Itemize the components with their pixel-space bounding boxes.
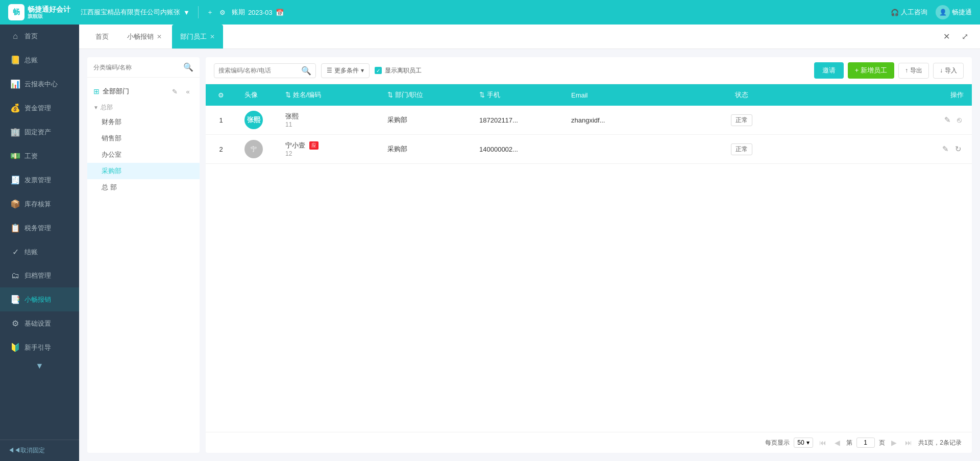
dept-search-icon[interactable]: 🔍 <box>183 62 193 72</box>
th-settings[interactable]: ⚙ <box>206 84 236 106</box>
sidebar: ⌂ 首页 📒 总账 📊 云报表中心 💰 资金管理 🏢 固定资产 💵 工资 🧾 发… <box>0 25 79 461</box>
sidebar-item-inventory[interactable]: 📦 库存核算 <box>0 192 79 216</box>
prev-page-button[interactable]: ◀ <box>832 438 842 448</box>
sidebar-item-tax[interactable]: 📋 税务管理 <box>0 216 79 240</box>
dept-search-input[interactable] <box>93 64 180 71</box>
edit-button[interactable]: ✎ <box>942 114 953 126</box>
sidebar-item-ledger[interactable]: 📒 总账 <box>0 48 79 72</box>
header-right: 🎧 人工咨询 👤 畅捷通 <box>891 5 972 19</box>
sidebar-item-payroll[interactable]: 💵 工资 <box>0 144 79 168</box>
scroll-down-icon: ▼ <box>36 361 44 371</box>
row-phone: 140000002... <box>471 135 563 164</box>
more-filter-button[interactable]: ☰ 更多条件 ▾ <box>321 63 370 78</box>
tabs-right: ✕ ⤢ <box>939 30 972 44</box>
row-status: 正常 <box>665 135 818 164</box>
cancel-fixed-button[interactable]: ◀◀取消固定 <box>0 440 79 461</box>
sort-icon: ⇅ <box>479 91 487 99</box>
user-name: 畅捷通 <box>952 8 972 17</box>
settings-gear-button[interactable]: ⚙ <box>219 9 226 16</box>
tab-expense-close[interactable]: ✕ <box>157 33 162 40</box>
tab-department[interactable]: 部门员工 ✕ <box>172 25 223 48</box>
dept-item-general[interactable]: 总 部 <box>87 179 200 196</box>
show-resigned-checkbox[interactable]: ✓ 显示离职员工 <box>375 66 422 75</box>
sidebar-item-funds[interactable]: 💰 资金管理 <box>0 96 79 120</box>
dept-section-general[interactable]: ▼ 总部 <box>87 101 200 114</box>
company-selector[interactable]: 江西服宝精品有限责任公司内账张 ▼ <box>81 8 190 17</box>
invoice-icon: 🧾 <box>10 175 20 185</box>
per-page-select[interactable]: 50 ▾ <box>794 438 813 448</box>
sidebar-item-expense[interactable]: 📑 小畅报销 <box>0 287 79 311</box>
assets-icon: 🏢 <box>10 127 20 137</box>
next-page-button[interactable]: ▶ <box>889 438 899 448</box>
sidebar-item-label: 新手引导 <box>24 343 51 352</box>
tab-department-close[interactable]: ✕ <box>210 33 215 40</box>
tab-close-button[interactable]: ✕ <box>939 30 953 44</box>
add-employee-button[interactable]: + 新增员工 <box>848 62 894 79</box>
refresh-button[interactable]: ↻ <box>953 143 964 155</box>
user-profile[interactable]: 👤 畅捷通 <box>936 5 972 19</box>
avatar: 宁 <box>244 140 263 158</box>
dept-item-office[interactable]: 办公室 <box>87 147 200 163</box>
sidebar-item-home[interactable]: ⌂ 首页 <box>0 25 79 48</box>
export-button[interactable]: ↑ 导出 <box>898 63 929 79</box>
edit-button[interactable]: ✎ <box>940 143 951 155</box>
dept-item-finance[interactable]: 财务部 <box>87 114 200 130</box>
sidebar-item-archive[interactable]: 🗂 归档管理 <box>0 264 79 287</box>
headset-icon: 🎧 <box>891 9 899 16</box>
employee-search-wrap: 🔍 <box>214 63 316 78</box>
first-page-button[interactable]: ⏮ <box>817 438 828 448</box>
table-header-row: ⚙ 头像 ⇅ 姓名/编码 ⇅ <box>206 84 972 106</box>
page-unit: 页 <box>879 439 885 447</box>
status-badge: 正常 <box>731 114 752 126</box>
pagination-bar: 每页显示 50 ▾ ⏮ ◀ 第 页 ▶ ⏭ 共1页，2条记录 <box>206 432 972 453</box>
guide-icon: 🔰 <box>10 343 20 352</box>
last-page-button[interactable]: ⏭ <box>903 438 914 448</box>
dept-item-purchasing[interactable]: 采购部 <box>87 163 200 179</box>
page-input[interactable] <box>856 438 875 448</box>
sort-icon: ⇅ <box>285 91 293 99</box>
employee-search-input[interactable] <box>218 67 299 74</box>
th-name-code[interactable]: ⇅ 姓名/编码 <box>277 84 379 106</box>
sidebar-item-reports[interactable]: 📊 云报表中心 <box>0 72 79 96</box>
tax-icon: 📋 <box>10 223 20 233</box>
app-title: 畅捷通好会计 <box>28 5 70 14</box>
tab-home[interactable]: 首页 <box>87 25 117 48</box>
dept-item-sales[interactable]: 销售部 <box>87 130 200 147</box>
all-departments-header[interactable]: ⊞ 全部部门 ✎ « <box>87 82 200 101</box>
import-button[interactable]: ↓ 导入 <box>933 63 964 79</box>
invite-label: 邀请 <box>822 66 836 74</box>
dept-group-head: ▼ 总部 财务部 销售部 办公室 采购部 <box>87 101 200 196</box>
logout-button[interactable]: ⎋ <box>955 114 964 125</box>
dept-collapse-button[interactable]: « <box>182 86 193 97</box>
app-subtitle: 旗舰版 <box>28 13 70 19</box>
sidebar-item-label: 发票管理 <box>24 176 51 185</box>
dept-edit-button[interactable]: ✎ <box>169 86 180 97</box>
add-button[interactable]: ＋ <box>207 8 213 17</box>
sidebar-item-label: 归档管理 <box>24 271 51 280</box>
tab-department-label: 部门员工 <box>180 32 207 41</box>
tab-expand-button[interactable]: ⤢ <box>958 30 972 44</box>
ledger-icon: 📒 <box>10 55 20 65</box>
inventory-icon: 📦 <box>10 199 20 209</box>
employee-search-icon[interactable]: 🔍 <box>301 66 311 76</box>
table-row: 2 宁 宁小壹 应 <box>206 135 972 164</box>
total-label: 共1页，2条记录 <box>918 439 962 447</box>
employee-data-table: ⚙ 头像 ⇅ 姓名/编码 ⇅ <box>206 84 972 164</box>
sidebar-item-invoice[interactable]: 🧾 发票管理 <box>0 168 79 192</box>
triangle-icon: ▼ <box>93 105 99 110</box>
sidebar-scroll-down[interactable]: ▼ <box>0 359 79 373</box>
dept-head-label: 总部 <box>101 103 113 112</box>
sidebar-item-checkout[interactable]: ✓ 结账 <box>0 240 79 264</box>
sidebar-item-assets[interactable]: 🏢 固定资产 <box>0 120 79 144</box>
row-index: 1 <box>206 106 236 135</box>
tab-expense[interactable]: 小畅报销 ✕ <box>119 25 170 48</box>
calendar-icon: 📅 <box>276 9 284 16</box>
sidebar-item-guide[interactable]: 🔰 新手引导 <box>0 335 79 359</box>
sidebar-item-settings[interactable]: ⚙ 基础设置 <box>0 311 79 335</box>
th-phone[interactable]: ⇅ 手机 <box>471 84 563 106</box>
top-header: 畅 畅捷通好会计 旗舰版 江西服宝精品有限责任公司内账张 ▼ ＋ ⚙ 账期 20… <box>0 0 980 25</box>
invite-button[interactable]: 邀请 <box>814 62 844 79</box>
main-layout: ⌂ 首页 📒 总账 📊 云报表中心 💰 资金管理 🏢 固定资产 💵 工资 🧾 发… <box>0 25 980 461</box>
th-dept-role[interactable]: ⇅ 部门/职位 <box>379 84 471 106</box>
support-button[interactable]: 🎧 人工咨询 <box>891 8 927 17</box>
